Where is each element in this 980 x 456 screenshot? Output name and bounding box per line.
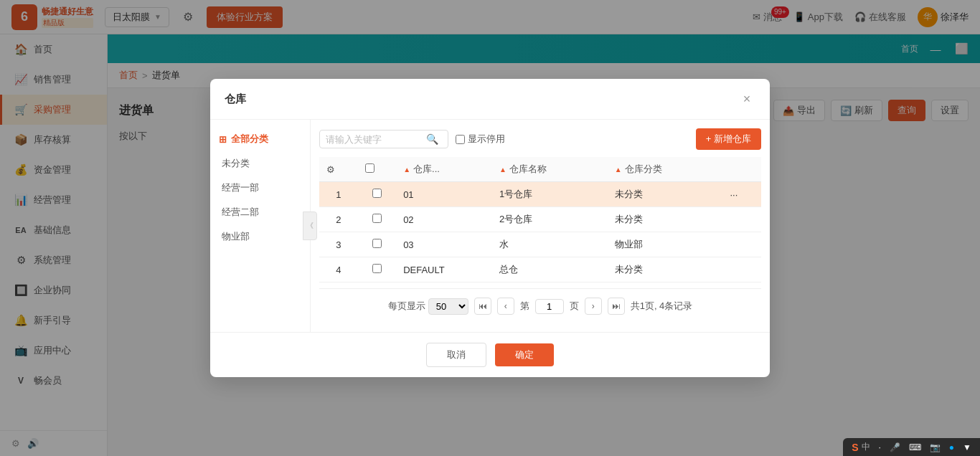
th-check bbox=[358, 157, 397, 182]
row-name: 1号仓库 bbox=[492, 182, 608, 207]
table-container: ⚙ ▲ 仓库... bbox=[319, 157, 761, 282]
th-category: ▲ 仓库分类 bbox=[608, 157, 723, 182]
page-word: 第 bbox=[520, 300, 529, 313]
dot-icon: · bbox=[879, 442, 881, 452]
table-head: ⚙ ▲ 仓库... bbox=[319, 157, 761, 182]
category-item-dept1[interactable]: 经营一部 bbox=[210, 176, 310, 200]
taskbar-cam[interactable]: 📷 bbox=[930, 442, 941, 452]
gear-icon: ⚙ bbox=[326, 164, 335, 175]
modal-close-btn[interactable]: × bbox=[738, 90, 755, 108]
pagination-bar: 每页显示 50 10 20 100 ⏮ ‹ 第 页 › ⏭ bbox=[319, 288, 761, 323]
page-size-selector: 每页显示 50 10 20 100 bbox=[388, 298, 468, 315]
taskbar-keyboard[interactable]: ⌨ bbox=[909, 442, 921, 452]
th-code: ▲ 仓库... bbox=[396, 157, 492, 182]
row-code: 03 bbox=[396, 232, 492, 257]
search-input[interactable] bbox=[326, 134, 426, 145]
modal-footer: 取消 确定 bbox=[210, 332, 770, 377]
th-action bbox=[722, 157, 761, 182]
confirm-button[interactable]: 确定 bbox=[495, 343, 554, 366]
row-no: 1 bbox=[319, 182, 358, 207]
table-row[interactable]: 2 02 2号仓库 未分类 bbox=[319, 207, 761, 232]
row-category: 物业部 bbox=[608, 232, 723, 257]
category-item-dept2[interactable]: 经营二部 bbox=[210, 200, 310, 224]
row-no: 2 bbox=[319, 207, 358, 232]
warehouse-table: ⚙ ▲ 仓库... bbox=[319, 157, 761, 282]
modal-body: ⊞ 全部分类 《 未分类 经营一部 经营二部 物业部 bbox=[210, 120, 770, 332]
table-row[interactable]: 1 01 1号仓库 未分类 ··· bbox=[319, 182, 761, 207]
row-no: 3 bbox=[319, 232, 358, 257]
row-code: 01 bbox=[396, 182, 492, 207]
next-page-btn[interactable]: › bbox=[585, 298, 602, 315]
row-name: 水 bbox=[492, 232, 608, 257]
row-checkbox[interactable] bbox=[372, 214, 382, 223]
row-action bbox=[722, 232, 761, 257]
modal-title: 仓库 bbox=[225, 92, 246, 106]
page-label: 页 bbox=[570, 300, 579, 313]
add-warehouse-btn[interactable]: + 新增仓库 bbox=[696, 128, 761, 150]
last-page-btn[interactable]: ⏭ bbox=[608, 298, 625, 315]
taskbar-color[interactable]: ● bbox=[949, 442, 954, 452]
mic-icon: 🎤 bbox=[890, 442, 900, 452]
cancel-button[interactable]: 取消 bbox=[426, 343, 486, 367]
bottom-taskbar: S 中 · 🎤 ⌨ 📷 ● ▼ bbox=[843, 438, 980, 456]
table-toolbar: 🔍 显示停用 + 新增仓库 bbox=[319, 128, 761, 150]
row-check bbox=[358, 182, 397, 207]
row-no: 4 bbox=[319, 257, 358, 282]
row-checkbox[interactable] bbox=[372, 239, 382, 248]
category-item-property[interactable]: 物业部 bbox=[210, 224, 310, 249]
color-icon: ● bbox=[949, 442, 954, 452]
show-disabled-label: 显示停用 bbox=[456, 133, 505, 146]
row-action: ··· bbox=[722, 182, 761, 207]
row-category: 未分类 bbox=[608, 182, 723, 207]
table-body: 1 01 1号仓库 未分类 ··· 2 bbox=[319, 182, 761, 282]
row-action bbox=[722, 207, 761, 232]
category-collapse-btn[interactable]: 《 bbox=[303, 212, 317, 240]
warehouse-modal: 仓库 × ⊞ 全部分类 《 未分类 经营一部 经营二部 bbox=[210, 79, 770, 377]
table-row[interactable]: 3 03 水 物业部 bbox=[319, 232, 761, 257]
row-name: 2号仓库 bbox=[492, 207, 608, 232]
modal-overlay[interactable]: 仓库 × ⊞ 全部分类 《 未分类 经营一部 经营二部 bbox=[0, 0, 980, 456]
row-category: 未分类 bbox=[608, 207, 723, 232]
grid-icon: ⊞ bbox=[219, 134, 227, 145]
category-panel: ⊞ 全部分类 《 未分类 经营一部 经营二部 物业部 bbox=[210, 120, 311, 332]
search-box: 🔍 bbox=[319, 130, 448, 148]
more-icon: ▼ bbox=[963, 442, 971, 452]
row-code: DEFAULT bbox=[396, 257, 492, 282]
row-checkbox[interactable] bbox=[372, 264, 382, 273]
category-item-unclassified[interactable]: 未分类 bbox=[210, 151, 310, 176]
taskbar-dot[interactable]: · bbox=[879, 442, 881, 452]
row-check bbox=[358, 257, 397, 282]
camera-icon: 📷 bbox=[930, 442, 941, 452]
taskbar-mic[interactable]: 🎤 bbox=[890, 442, 900, 452]
th-settings: ⚙ bbox=[319, 157, 358, 182]
per-page-select[interactable]: 50 10 20 100 bbox=[428, 298, 468, 315]
row-code: 02 bbox=[396, 207, 492, 232]
table-panel: 🔍 显示停用 + 新增仓库 ⚙ bbox=[311, 120, 770, 332]
th-name: ▲ 仓库名称 bbox=[492, 157, 608, 182]
row-category: 未分类 bbox=[608, 257, 723, 282]
search-icon[interactable]: 🔍 bbox=[426, 133, 438, 145]
category-all-label[interactable]: 全部分类 bbox=[231, 133, 268, 146]
prev-page-btn[interactable]: ‹ bbox=[497, 298, 514, 315]
row-action bbox=[722, 257, 761, 282]
row-name: 总仓 bbox=[492, 257, 608, 282]
row-checkbox[interactable] bbox=[372, 189, 382, 198]
table-header-row: ⚙ ▲ 仓库... bbox=[319, 157, 761, 182]
modal-header: 仓库 × bbox=[210, 79, 770, 120]
row-check bbox=[358, 232, 397, 257]
ime-icon: S bbox=[852, 442, 858, 453]
first-page-btn[interactable]: ⏮ bbox=[474, 298, 491, 315]
table-row[interactable]: 4 DEFAULT 总仓 未分类 bbox=[319, 257, 761, 282]
taskbar-more[interactable]: ▼ bbox=[963, 442, 971, 452]
category-header: ⊞ 全部分类 bbox=[210, 127, 310, 151]
row-check bbox=[358, 207, 397, 232]
check-all-checkbox[interactable] bbox=[365, 163, 374, 173]
total-info: 共1页, 4条记录 bbox=[631, 300, 693, 313]
per-page-label: 每页显示 bbox=[388, 300, 425, 313]
keyboard-icon: ⌨ bbox=[909, 442, 921, 452]
page-number-input[interactable] bbox=[535, 299, 564, 314]
show-disabled-checkbox[interactable] bbox=[456, 135, 465, 144]
taskbar-ime[interactable]: S 中 bbox=[852, 441, 870, 453]
